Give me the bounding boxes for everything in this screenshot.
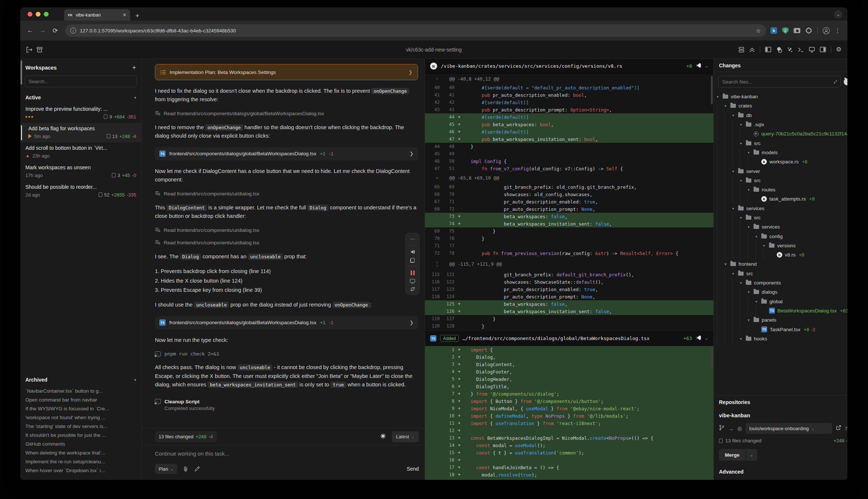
diff-line[interactable]: 4549 [425, 150, 713, 158]
hunk-row[interactable]: ↑@@ -40,8 +40,12 @@ [425, 74, 713, 84]
workspace-search-input[interactable] [25, 75, 137, 87]
more-actions-icon[interactable]: ⋯ [410, 236, 415, 242]
tree-folder-row[interactable]: ▾.sqlx [717, 120, 847, 129]
merge-button[interactable]: Merge [719, 449, 745, 461]
file-search-input[interactable] [718, 76, 841, 88]
diff-line[interactable]: 8+import { Button } from '@/components/u… [425, 397, 713, 405]
diff-line[interactable]: 1+import { [425, 346, 713, 353]
tree-file-row[interactable]: Rtask_attempts.rs+9 [717, 194, 847, 204]
url-bar[interactable]: i 127.0.0.1:57095/workspaces/c63c9fd6-df… [65, 24, 766, 37]
workspace-item[interactable]: Add beta flag for workspaces5m ago13+248… [20, 123, 141, 142]
archived-workspace-item[interactable]: When deleting the workspace that'... [20, 448, 141, 457]
repositories-header[interactable]: Repositories ▾ [714, 396, 847, 409]
send-button[interactable]: Send [407, 466, 419, 472]
close-window-button[interactable] [28, 12, 32, 17]
monitor-icon[interactable] [809, 47, 815, 53]
archived-workspace-item[interactable]: When hover over `Dropdown.tsx` i... [20, 466, 141, 475]
extensions-puzzle-icon[interactable] [805, 27, 812, 34]
diff-line[interactable]: 117123 pr_auto_description_enabled: true… [425, 286, 713, 293]
workspace-item[interactable]: Should be possible to reorder...2d ago52… [20, 181, 141, 201]
diff-header-rust[interactable]: R /vibe-kanban/crates/services/src/servi… [425, 59, 713, 74]
merge-options-button[interactable]: ⌄ [746, 449, 757, 461]
diff-line[interactable]: 4+ DialogFooter, [425, 368, 713, 375]
target-icon[interactable]: ◎ [737, 425, 742, 431]
archive-icon[interactable] [36, 47, 43, 53]
git-compare-icon[interactable] [410, 286, 415, 292]
diff-line[interactable]: 15+ const { t } = useTranslation('common… [425, 449, 713, 456]
tree-file-row[interactable]: TSTaskPanel.tsx+8-2 [717, 325, 847, 334]
tree-folder-row[interactable]: ▾routes [717, 185, 847, 194]
diff-line[interactable]: 13+const BetaWorkspacesDialogImpl = Nice… [425, 434, 713, 442]
diff-line[interactable]: 4141 pub pr_auto_description_enabled: bo… [425, 91, 713, 99]
diff-line[interactable]: 116122 showcases: ShowcaseState::default… [425, 278, 713, 286]
open-in-vscode-icon[interactable] [410, 249, 415, 255]
open-in-vscode-icon[interactable] [696, 63, 701, 70]
tree-folder-row[interactable]: ▾components [717, 278, 847, 287]
diff-line[interactable]: 5+ DialogHeader, [425, 375, 713, 383]
collapse-chevron-icon[interactable]: ⌄ [705, 64, 708, 68]
add-workspace-button[interactable]: + [132, 64, 136, 71]
tree-folder-row[interactable]: ▾frontend [717, 259, 847, 269]
external-link-icon[interactable] [836, 425, 841, 432]
diff-code-tsx[interactable]: 1+import {2+ Dialog,3+ DialogContent,4+ … [425, 346, 713, 480]
back-button[interactable]: ← [25, 25, 36, 36]
diff-line[interactable]: 7278 pub fn from_previous_version(raw_co… [425, 250, 713, 257]
workspace-item[interactable]: Improve the preview functionality: ...9+… [20, 103, 141, 123]
github-icon[interactable] [844, 78, 847, 85]
diff-line[interactable]: 3+ DialogContent, [425, 361, 713, 368]
tree-folder-row[interactable]: ▾global [717, 297, 847, 306]
collapse-all-icon[interactable] [749, 47, 755, 53]
collapse-chevron-icon[interactable]: ⌄ [705, 336, 708, 341]
latest-dropdown[interactable]: Latest ⌄ [392, 431, 419, 442]
bookmark-star-icon[interactable]: ☆ [756, 27, 761, 34]
archived-section-header[interactable]: Archived ▾ [20, 374, 141, 386]
diff-line[interactable]: 4040 #[serde(default = "default_pr_auto_… [425, 84, 713, 91]
workspace-item[interactable]: Mark workspaces as unseen17h ago3+45-0 [20, 162, 141, 181]
expand-hunk-icon[interactable]: ↕ [425, 176, 449, 180]
hunk-row[interactable]: ↕@@ -65,8 +69,10 @@ [425, 172, 713, 183]
diff-line[interactable]: 6670 showcases: old_config.showcases, [425, 191, 713, 198]
tree-folder-row[interactable]: ▾db [717, 111, 847, 120]
tree-file-row[interactable]: Rv8.rs+8 [717, 250, 847, 259]
diff-line[interactable]: 18+ modal.resolve(true); [425, 471, 713, 478]
url-text[interactable]: 127.0.0.1:57095/workspaces/c63c9fd6-dfb8… [80, 28, 752, 33]
archived-workspace-item[interactable]: 'workspace not found' when trying ... [20, 413, 141, 422]
window-controls[interactable] [20, 7, 54, 21]
archived-workspace-item[interactable]: GitHub comments [20, 439, 141, 448]
diff-line[interactable]: 126+ beta_workspaces_invitation_sent: fa… [425, 308, 713, 315]
hunk-row[interactable]: ↓↑@@ -115,7 +121,9 @@ [425, 257, 713, 271]
tree-folder-row[interactable]: ▾models [717, 148, 847, 157]
diff-line[interactable]: 4751 fn from_v7_config(old_config: v7::C… [425, 165, 713, 172]
shapes-icon[interactable] [776, 47, 782, 53]
archived-workspace-item[interactable]: The 'starting' state of dev servers is..… [20, 422, 141, 431]
terminal-icon[interactable] [798, 47, 804, 52]
diff-line[interactable]: 74+ beta_workspaces_invitation_sent: fal… [425, 220, 713, 227]
exit-workspace-icon[interactable] [26, 47, 33, 53]
diff-code-rust[interactable]: ↑@@ -40,8 +40,12 @@4040 #[serde(default … [425, 74, 713, 331]
attach-paperclip-icon[interactable] [183, 466, 188, 472]
tree-folder-row[interactable]: ▾panels [717, 315, 847, 325]
diff-line[interactable]: 16+ [425, 456, 713, 464]
message-input[interactable] [155, 451, 419, 457]
tool-call-row[interactable]: Read frontend/src/components/ui/dialog.t… [155, 240, 418, 246]
tool-call-row[interactable]: Read frontend/src/components/ui/dialog.t… [155, 227, 418, 233]
diff-line[interactable]: 4650impl Config { [425, 158, 713, 165]
archived-workspace-item[interactable]: Implement the re-run setup/cleanu... [20, 457, 141, 466]
extension-b-icon[interactable]: b [770, 27, 777, 34]
diff-line[interactable]: 9+import NiceModal, { useModal } from '@… [425, 405, 713, 412]
tree-file-row[interactable]: Rworkspace.rs+8 [717, 157, 847, 166]
diff-line[interactable]: 7177 [425, 242, 713, 250]
settings-gear-icon[interactable]: ⚙ [836, 46, 842, 53]
changes-header[interactable]: Changes ▾ [714, 59, 847, 72]
implementation-plan-card[interactable]: Implementation Plan: Beta Workspaces Set… [155, 64, 418, 80]
advanced-row[interactable]: Advanced ▸ [714, 464, 847, 476]
diff-line[interactable]: 120128 } [425, 322, 713, 330]
script-status-block[interactable]: >_Cleanup ScriptCompleted successfully [155, 399, 418, 411]
sparkle-icon[interactable] [380, 433, 386, 440]
sidebar-scrollbar[interactable] [21, 60, 22, 85]
diff-line[interactable]: 4448} [425, 143, 713, 150]
tree-folder-row[interactable]: ▾dialogs [717, 287, 847, 297]
tool-call-row[interactable]: Read frontend/src/components/dialogs/glo… [155, 111, 418, 117]
archived-workspace-item[interactable]: If the WYSIWYG is focussed in `Cre... [20, 404, 141, 413]
workspace-item[interactable]: Add scroll to bottom button in `Virt...▲… [20, 142, 141, 162]
